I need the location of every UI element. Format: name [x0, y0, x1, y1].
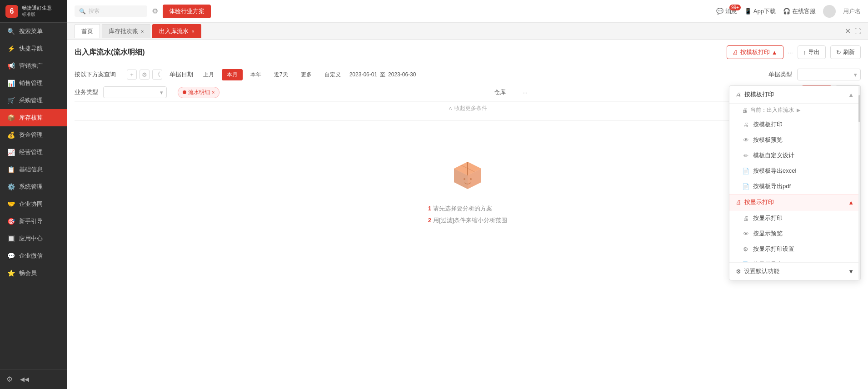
sidebar-item-vip[interactable]: ⭐ 畅会员 — [0, 264, 67, 282]
tab-expand-icon[interactable]: ⛶ — [854, 28, 861, 35]
page-content: 出入库流水(流水明细) 🖨 按模板打印 ▲ ··· ↑ 导出 ↻ 刷新 — [67, 40, 868, 389]
tab-home[interactable]: 首页 — [75, 24, 100, 38]
wechat-icon: 💬 — [6, 252, 15, 259]
filter-scheme-label: 按以下方案查询 — [75, 70, 116, 79]
sidebar-item-inventory[interactable]: 📦 库存核算 — [0, 109, 67, 126]
filter-biz-type-label: 业务类型 — [75, 88, 100, 96]
flow-tag[interactable]: 流水明细 × — [178, 87, 219, 98]
dp-item-display-preview[interactable]: 👁 按显示预览 — [729, 226, 860, 241]
marketing-icon: 📢 — [6, 62, 15, 70]
online-service-btn[interactable]: 🎧 在线客服 — [783, 7, 816, 15]
dp-section2-icon: 🖨 — [736, 199, 742, 206]
sidebar-item-system[interactable]: ⚙️ 系统管理 — [0, 178, 67, 195]
filter-date-tabs: 上月 本月 本年 近7天 更多 自定义 — [198, 69, 346, 80]
sidebar-item-purchase[interactable]: 🛒 采购管理 — [0, 92, 67, 109]
topbar: 🔍 搜索 ⚙ 体验行业方案 💬 消息 99+ 📱 App下载 🎧 在线客服 用户… — [67, 0, 868, 23]
print-btn[interactable]: 🖨 按模板打印 ▲ — [727, 45, 783, 59]
filter-biz-type-wrap — [103, 86, 167, 98]
filter-date-7days[interactable]: 近7天 — [269, 69, 293, 80]
dp-current-arrow: ▶ — [797, 107, 800, 113]
sidebar-item-wechat[interactable]: 💬 企业微信 — [0, 247, 67, 264]
app-logo-icon: 6 — [5, 5, 18, 18]
sidebar-item-quicknav[interactable]: ⚡ 快捷导航 — [0, 40, 67, 57]
messages-btn[interactable]: 💬 消息 99+ — [716, 7, 737, 15]
collab-icon: 🤝 — [6, 200, 15, 208]
sidebar-item-collab[interactable]: 🤝 企业协同 — [0, 195, 67, 213]
dp-template-pdf-icon: 📄 — [742, 183, 749, 190]
filter-doc-type-label: 单据类型 — [768, 70, 793, 79]
dp-item-display-settings[interactable]: ⚙ 按显示打印设置 — [729, 241, 860, 257]
messages-badge: 99+ — [729, 5, 741, 10]
topbar-gear-icon[interactable]: ⚙ — [152, 7, 158, 15]
dp-arrow-up[interactable]: ▲ — [848, 91, 854, 98]
filter-date-prev-month[interactable]: 上月 — [198, 69, 219, 80]
refresh-btn[interactable]: ↻ 刷新 — [830, 45, 861, 59]
phone-icon: 📱 — [744, 8, 752, 15]
industry-btn[interactable]: 体验行业方案 — [163, 5, 211, 18]
dp-current-section: 🖨 当前：出入库流水 ▶ — [729, 104, 860, 117]
dp-display-preview-icon: 👁 — [742, 230, 749, 237]
empty-box-icon — [449, 157, 486, 194]
user-name-label: 用户名 — [843, 7, 861, 15]
filter-biz-type-select[interactable] — [103, 86, 167, 98]
topbar-search-placeholder: 搜索 — [89, 7, 100, 15]
sidebar-item-sales[interactable]: 📊 销售管理 — [0, 75, 67, 92]
export-btn[interactable]: ↑ 导出 — [798, 45, 826, 59]
sidebar-collapse-icon[interactable]: ◀◀ — [20, 376, 29, 383]
more-options-icon[interactable]: ··· — [788, 49, 793, 56]
sidebar-item-guide[interactable]: 🎯 新手引导 — [0, 213, 67, 230]
online-service-label: 在线客服 — [792, 7, 816, 15]
sidebar-settings-icon[interactable]: ⚙ — [6, 375, 13, 384]
filter-settings-btn[interactable]: ⚙ — [140, 70, 150, 80]
sidebar-item-search[interactable]: 🔍 搜索菜单 — [0, 23, 67, 40]
print-icon: 🖨 — [733, 49, 738, 56]
tab-batch[interactable]: 库存批次账 × — [102, 24, 150, 38]
sidebar-item-operation[interactable]: 📈 经营管理 — [0, 144, 67, 161]
filter-date-custom[interactable]: 自定义 — [319, 69, 346, 80]
dp-display-excel-icon: 📄 — [742, 261, 749, 263]
tab-flow[interactable]: 出入库流水 × — [152, 24, 201, 38]
dp-item-template-print[interactable]: 🖨 按模板打印 — [729, 117, 860, 132]
sidebar-item-basic[interactable]: 📋 基础信息 — [0, 161, 67, 178]
dp-template-preview-icon: 👁 — [742, 137, 749, 144]
dp-item-template-custom[interactable]: ✏ 模板自定义设计 — [729, 148, 860, 163]
sidebar-item-appcenter[interactable]: 🔲 应用中心 — [0, 230, 67, 247]
filter-date-cur-month[interactable]: 本月 — [222, 69, 243, 80]
app-download-btn[interactable]: 📱 App下载 — [744, 7, 776, 15]
tab-batch-close[interactable]: × — [141, 29, 144, 34]
page-header: 出入库流水(流水明细) 🖨 按模板打印 ▲ ··· ↑ 导出 ↻ 刷新 — [75, 40, 861, 63]
filter-date-year[interactable]: 本年 — [245, 69, 266, 80]
dp-section2-collapse[interactable]: ▲ — [848, 199, 854, 206]
tab-flow-label: 出入库流水 — [159, 27, 189, 35]
filter-doc-type-select[interactable] — [797, 69, 861, 80]
filter-add-btn[interactable]: + — [127, 70, 137, 80]
dp-title: 🖨 按模板打印 — [736, 90, 774, 99]
filter-biz-type-field: 业务类型 — [75, 86, 167, 98]
flow-tag-close[interactable]: × — [212, 90, 215, 95]
dp-section2-header[interactable]: 🖨 按显示打印 ▲ — [729, 194, 860, 210]
print-chevron-up: ▲ — [772, 49, 778, 56]
sidebar-item-finance[interactable]: 💰 资金管理 — [0, 126, 67, 144]
sidebar-item-marketing[interactable]: 📢 营销推广 — [0, 57, 67, 75]
dp-template-excel-icon: 📄 — [742, 168, 749, 175]
filter-warehouse-more[interactable]: ··· — [523, 89, 528, 96]
topbar-search-box[interactable]: 🔍 搜索 — [75, 5, 147, 17]
filter-date-label: 单据日期 — [170, 70, 195, 79]
scrollbar-thumb[interactable] — [858, 95, 860, 122]
page-title: 出入库流水(流水明细) — [75, 48, 145, 57]
dp-item-display-excel[interactable]: 📄 按显示导出excel — [729, 257, 860, 262]
filter-warehouse-field: 仓库 ··· — [494, 88, 528, 96]
tab-close-all-icon[interactable]: ✕ — [845, 27, 851, 35]
app-name: 畅捷通好生意 标准版 — [22, 5, 52, 17]
filter-date-more[interactable]: 更多 — [296, 69, 317, 80]
tab-flow-close[interactable]: × — [191, 29, 194, 34]
dp-item-display-print[interactable]: 🖨 按显示打印 — [729, 210, 860, 226]
dp-item-template-pdf[interactable]: 📄 按模板导出pdf — [729, 179, 860, 194]
user-avatar[interactable] — [823, 5, 836, 18]
filter-collapse-btn[interactable]: 《 — [152, 70, 162, 80]
dp-item-template-excel[interactable]: 📄 按模板导出excel — [729, 163, 860, 179]
dp-footer[interactable]: ⚙ 设置默认功能 ▼ — [729, 262, 860, 280]
dp-item-template-preview[interactable]: 👁 按模板预览 — [729, 132, 860, 148]
filter-warehouse-label: 仓库 — [494, 88, 519, 96]
filter-date-field: 单据日期 上月 本月 本年 近7天 更多 自定义 2023-06-01 至 — [170, 69, 416, 80]
